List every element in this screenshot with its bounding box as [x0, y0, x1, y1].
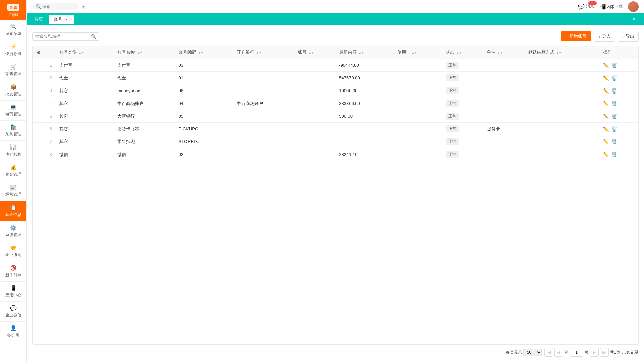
row-index: 7 — [45, 135, 57, 148]
sidebar-item-member[interactable]: 👤 畅会员 — [0, 322, 26, 342]
delete-icon[interactable]: 🗑️ — [611, 101, 617, 106]
sidebar-item-basic-info[interactable]: 📋 基础信息 — [0, 201, 26, 221]
sidebar-item-system-mgmt[interactable]: ⚙️ 系统管理 — [0, 221, 26, 241]
table-header-remark[interactable]: 备注 ▲▼ — [484, 46, 526, 59]
sidebar-item-label: 批发管理 — [5, 91, 21, 97]
tabbar-close-action[interactable]: × — [632, 16, 635, 22]
table-header-account-name[interactable]: 账号名称 ▲▼ — [115, 46, 176, 59]
table-row: 5 其它 大新银行 05 500.00 正常 ✏️ 🗑️ — [33, 110, 638, 123]
row-default-settlement — [526, 110, 601, 123]
delete-icon[interactable]: 🗑️ — [611, 152, 617, 157]
row-index: 5 — [45, 110, 57, 123]
edit-icon[interactable]: ✏️ — [603, 63, 609, 68]
table-header-bank[interactable]: 开户银行 ▲▼ — [234, 46, 295, 59]
row-account-type: 其它 — [57, 135, 115, 148]
sidebar: 乐惠 乐惠版 🔍 搜索菜单 ⚡ 快捷导航 🛒 零售管理 📦 批发管理 💻 电商管… — [0, 0, 27, 362]
sidebar-item-enterprise-protocol[interactable]: 🤝 企业协同 — [0, 241, 26, 261]
content-search-input[interactable] — [35, 34, 90, 39]
sidebar-item-label: 应用中心 — [5, 292, 21, 298]
content-search-icon[interactable]: 🔍 — [91, 34, 96, 39]
table-header-default-settlement[interactable]: 默认结算方式 ▲▼ — [526, 46, 601, 59]
row-status: 正常 — [443, 148, 484, 161]
delete-icon[interactable]: 🗑️ — [611, 114, 617, 119]
row-operation: ✏️ 🗑️ — [600, 110, 638, 123]
export-button[interactable]: ↓ 导出 — [618, 31, 639, 42]
delete-icon[interactable]: 🗑️ — [611, 88, 617, 94]
row-gear — [33, 148, 45, 161]
import-button[interactable]: ↑ 导入 — [594, 31, 615, 42]
page-first-btn[interactable]: |◀ — [544, 348, 553, 357]
edit-icon[interactable]: ✏️ — [603, 114, 609, 119]
sidebar-item-beginner-guide[interactable]: 🎯 新手引导 — [0, 261, 26, 282]
content-toolbar: 🔍 + 新增账号 ↑ 导入 ↓ 导出 — [32, 31, 639, 42]
delete-icon[interactable]: 🗑️ — [611, 139, 617, 144]
row-status: 正常 — [443, 110, 484, 123]
pagination-nav: |◀ ◀ 第 页 ▶ ▶| 共1页，8条记录 — [544, 348, 639, 357]
page-prev-btn[interactable]: ◀ — [554, 348, 563, 357]
sidebar-item-label: 经营管理 — [5, 192, 21, 197]
edit-icon[interactable]: ✏️ — [603, 75, 609, 81]
sidebar-item-operations-mgmt[interactable]: 📈 经营管理 — [0, 181, 26, 201]
row-account-name: 微信 — [115, 148, 176, 161]
add-account-button[interactable]: + 新增账号 — [561, 31, 591, 41]
row-gear — [33, 110, 45, 123]
row-latest-balance — [336, 135, 394, 148]
sidebar-item-label: 系统管理 — [5, 232, 21, 238]
message-icon: 💬 — [578, 3, 585, 10]
sidebar-item-app-center[interactable]: 📱 应用中心 — [0, 282, 26, 302]
sidebar-item-label: 库存核算 — [5, 152, 21, 157]
topbar-search-box[interactable]: 🔍 — [32, 3, 79, 10]
sidebar-item-inventory-calc[interactable]: 📊 库存核算 — [0, 141, 26, 161]
delete-icon[interactable]: 🗑️ — [611, 63, 617, 68]
content-search-box[interactable]: 🔍 — [32, 32, 99, 41]
row-remark — [484, 148, 526, 161]
edit-icon[interactable]: ✏️ — [603, 139, 609, 144]
sidebar-item-purchase-mgmt[interactable]: 🛍️ 采购管理 — [0, 121, 26, 141]
row-account-name: 提货卡（零... — [115, 123, 176, 135]
table-header-gear[interactable]: ⚙ — [33, 46, 45, 59]
purchase-mgmt-icon: 🛍️ — [10, 124, 17, 130]
delete-icon[interactable]: 🗑️ — [611, 126, 617, 132]
topbar-search-input[interactable] — [42, 4, 76, 9]
row-status: 正常 — [443, 135, 484, 148]
sidebar-item-search-menu[interactable]: 🔍 搜索菜单 — [0, 20, 26, 40]
table-header-status[interactable]: 状态 ▲▼ — [443, 46, 484, 59]
tab-home[interactable]: 首页 — [30, 15, 48, 24]
sidebar-item-finance-mgmt[interactable]: 💰 资金管理 — [0, 161, 26, 181]
table-header-row: ⚙ 账号类型 ▲▼ 账号名称 ▲▼ 账号编码 ▲▼ 开户银行 ▲▼ — [33, 46, 638, 59]
table-header-account-number[interactable]: 账号 ▲▼ — [295, 46, 336, 59]
tab-account-close[interactable]: × — [64, 17, 69, 22]
page-last-btn[interactable]: ▶| — [600, 348, 609, 357]
row-account-type: 支付宝 — [57, 59, 115, 72]
topbar-avatar[interactable] — [628, 1, 639, 12]
tab-account[interactable]: 账号 × — [49, 15, 74, 24]
topbar-app-download[interactable]: 📲 App下载 — [599, 3, 623, 10]
tabbar-maximize-action[interactable]: □ — [638, 16, 641, 22]
topbar-message[interactable]: 💬 消息 99+ — [578, 3, 594, 10]
row-usage — [395, 110, 443, 123]
table-header-account-code[interactable]: 账号编码 ▲▼ — [176, 46, 234, 59]
page-size-dropdown[interactable]: 50 100 200 — [523, 349, 542, 356]
row-operation: ✏️ 🗑️ — [600, 123, 638, 135]
page-input[interactable] — [570, 348, 583, 357]
page-next-btn[interactable]: ▶ — [590, 348, 599, 357]
sidebar-item-retail-mgmt[interactable]: 🛒 零售管理 — [0, 60, 26, 80]
row-account-type: 现金 — [57, 72, 115, 84]
sidebar-item-ecommerce-mgmt[interactable]: 💻 电商管理 — [0, 101, 26, 121]
sidebar-item-wholesale-mgmt[interactable]: 📦 批发管理 — [0, 80, 26, 101]
edit-icon[interactable]: ✏️ — [603, 101, 609, 106]
table-header-latest-balance[interactable]: 最新余额 ▲▼ — [336, 46, 394, 59]
table-row: 6 其它 提货卡（零... PICKUPC... 正常 提货卡 ✏️ 🗑️ — [33, 123, 638, 135]
topbar-dropdown-icon[interactable]: ▾ — [82, 3, 85, 10]
sidebar-item-quick-nav[interactable]: ⚡ 快捷导航 — [0, 40, 26, 60]
row-operation: ✏️ 🗑️ — [600, 84, 638, 97]
sidebar-item-enterprise-wechat[interactable]: 💬 企业微信 — [0, 302, 26, 322]
edit-icon[interactable]: ✏️ — [603, 152, 609, 157]
delete-icon[interactable]: 🗑️ — [611, 75, 617, 81]
table-header-account-type[interactable]: 账号类型 ▲▼ — [57, 46, 115, 59]
edit-icon[interactable]: ✏️ — [603, 88, 609, 94]
row-account-type: 其它 — [57, 84, 115, 97]
table-header-usage[interactable]: 使用... ▲▼ — [395, 46, 443, 59]
edit-icon[interactable]: ✏️ — [603, 126, 609, 132]
table-header-operation: 操作 — [600, 46, 638, 59]
